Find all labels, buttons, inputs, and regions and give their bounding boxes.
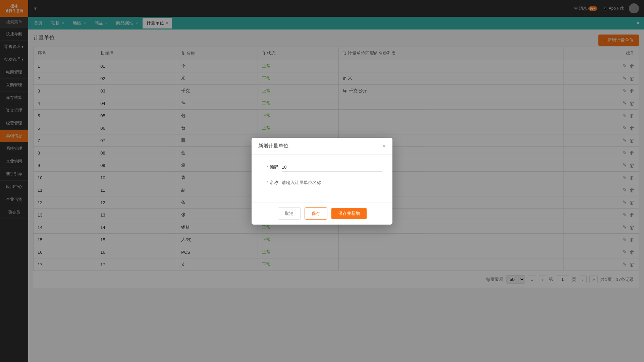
modal-footer: 取消 保存 保存并新增 [252,202,392,225]
modal-overlay: 新增计量单位 × 编码 名称 取消 保存 保存并新增 [0,0,644,362]
add-unit-modal: 新增计量单位 × 编码 名称 取消 保存 保存并新增 [252,138,392,225]
save-button[interactable]: 保存 [305,207,327,220]
code-input[interactable] [282,163,382,172]
modal-body: 编码 名称 [252,155,392,202]
name-field-row: 名称 [262,178,382,187]
name-input[interactable] [282,178,382,187]
save-and-new-button[interactable]: 保存并新增 [331,208,367,219]
name-label: 名称 [262,180,282,186]
code-field-row: 编码 [262,163,382,172]
modal-header: 新增计量单位 × [252,138,392,155]
code-label: 编码 [262,164,282,170]
modal-title: 新增计量单位 [258,143,288,149]
modal-close-button[interactable]: × [382,143,386,149]
cancel-button[interactable]: 取消 [278,207,301,220]
